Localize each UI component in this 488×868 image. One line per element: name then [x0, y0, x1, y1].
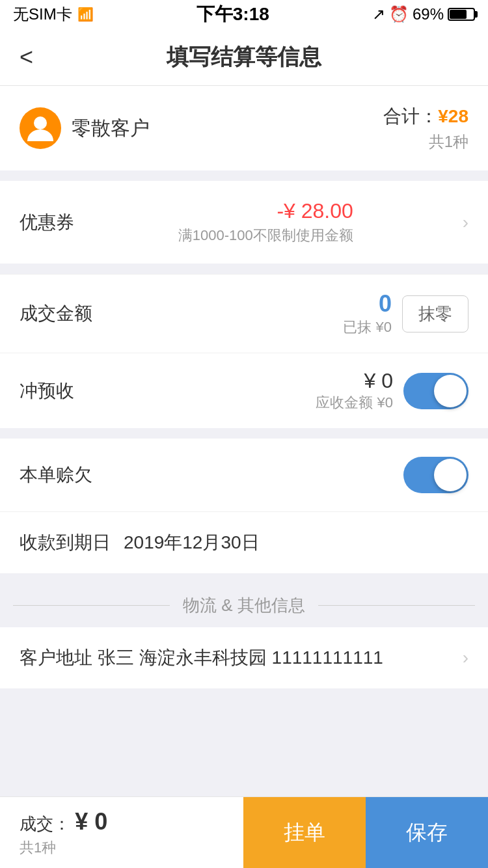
bottom-item-count: 共1种: [20, 838, 224, 858]
status-carrier: 无SIM卡 📶: [13, 4, 94, 25]
deal-label: 成交金额: [20, 301, 343, 326]
status-right: ↗ ⏰ 69%: [372, 5, 475, 23]
save-button[interactable]: 保存: [366, 797, 488, 869]
svg-point-0: [34, 116, 47, 129]
advance-sub-value: 应收金额 ¥0: [316, 393, 393, 413]
address-value: 张三 海淀永丰科技园 11111111111: [98, 645, 457, 670]
due-date-label: 收款到期日: [20, 530, 111, 555]
due-date-row: 收款到期日 2019年12月30日: [0, 511, 488, 573]
debt-row: 本单赊欠: [0, 439, 488, 511]
due-date-value: 2019年12月30日: [124, 530, 260, 555]
battery-icon: [448, 8, 475, 21]
status-time: 下午3:18: [197, 2, 269, 27]
chevron-right-icon: ›: [463, 212, 468, 233]
deal-rounded-label: 已抹 ¥0: [343, 318, 392, 337]
coupon-value: -¥ 28.00: [277, 199, 353, 223]
deal-right: 0 已抹 ¥0 抹零: [343, 290, 468, 337]
customer-summary: 合计：¥28 共1种: [383, 104, 468, 152]
advance-right: ¥ 0 应收金额 ¥0: [316, 369, 468, 413]
content: 零散客户 合计：¥28 共1种 优惠券 -¥ 28.00 满1000-100不限…: [0, 86, 488, 777]
bottom-info: 成交： ¥ 0 共1种: [0, 808, 243, 858]
wifi-icon: 📶: [77, 7, 94, 22]
debt-toggle-knob: [434, 459, 467, 491]
customer-left: 零散客户: [20, 107, 150, 149]
coupon-row[interactable]: 优惠券 -¥ 28.00 满1000-100不限制使用金额 ›: [0, 181, 488, 264]
transaction-card: 成交金额 0 已抹 ¥0 抹零 冲预收 ¥ 0 应收金额 ¥0: [0, 274, 488, 428]
coupon-card: 优惠券 -¥ 28.00 满1000-100不限制使用金额 ›: [0, 181, 488, 264]
debt-card: 本单赊欠 收款到期日 2019年12月30日: [0, 439, 488, 573]
hang-button[interactable]: 挂单: [243, 797, 366, 869]
deal-amount-value: 0: [379, 290, 392, 318]
carrier-text: 无SIM卡: [13, 4, 72, 25]
alarm-icon: ⏰: [389, 5, 409, 23]
item-count: 共1种: [383, 131, 468, 152]
status-bar: 无SIM卡 📶 下午3:18 ↗ ⏰ 69%: [0, 0, 488, 29]
advance-row: 冲预收 ¥ 0 应收金额 ¥0: [0, 353, 488, 428]
total-label: 合计：¥28: [383, 104, 468, 129]
advance-label: 冲预收: [20, 379, 316, 403]
customer-name: 零散客户: [72, 115, 150, 142]
deal-row: 成交金额 0 已抹 ¥0 抹零: [0, 274, 488, 353]
address-row[interactable]: 客户地址 张三 海淀永丰科技园 11111111111 ›: [0, 627, 488, 688]
customer-row: 零散客户 合计：¥28 共1种: [0, 86, 488, 170]
coupon-right: -¥ 28.00 满1000-100不限制使用金额: [178, 199, 353, 245]
battery-text: 69%: [413, 5, 444, 23]
address-chevron-icon: ›: [463, 647, 468, 668]
bottom-deal-amount: ¥ 0: [75, 808, 107, 835]
address-key: 客户地址: [20, 645, 98, 670]
nav-bar: < 填写结算等信息: [0, 29, 488, 86]
logistics-section-header: 物流 & 其他信息: [0, 584, 488, 627]
advance-toggle[interactable]: [403, 373, 468, 409]
page-title: 填写结算等信息: [167, 42, 321, 72]
avatar: [20, 107, 61, 149]
deal-amount-wrap: 0 已抹 ¥0: [343, 290, 392, 337]
debt-toggle[interactable]: [403, 457, 468, 493]
debt-label: 本单赊欠: [20, 463, 403, 487]
coupon-hint: 满1000-100不限制使用金额: [178, 226, 353, 245]
customer-card: 零散客户 合计：¥28 共1种: [0, 86, 488, 170]
bottom-deal-prefix: 成交：: [20, 814, 70, 834]
address-card[interactable]: 客户地址 张三 海淀永丰科技园 11111111111 ›: [0, 627, 488, 688]
back-button[interactable]: <: [20, 44, 33, 71]
bottom-deal: 成交： ¥ 0: [20, 808, 224, 835]
toggle-knob: [434, 375, 467, 407]
advance-amounts: ¥ 0 应收金额 ¥0: [316, 369, 393, 413]
bottom-bar: 成交： ¥ 0 共1种 挂单 保存: [0, 796, 488, 868]
round-button[interactable]: 抹零: [402, 295, 468, 332]
person-icon: [25, 113, 56, 144]
location-icon: ↗: [372, 5, 385, 23]
coupon-label: 优惠券: [20, 210, 74, 235]
advance-main-value: ¥ 0: [364, 369, 393, 393]
logistics-label: 物流 & 其他信息: [183, 594, 305, 617]
